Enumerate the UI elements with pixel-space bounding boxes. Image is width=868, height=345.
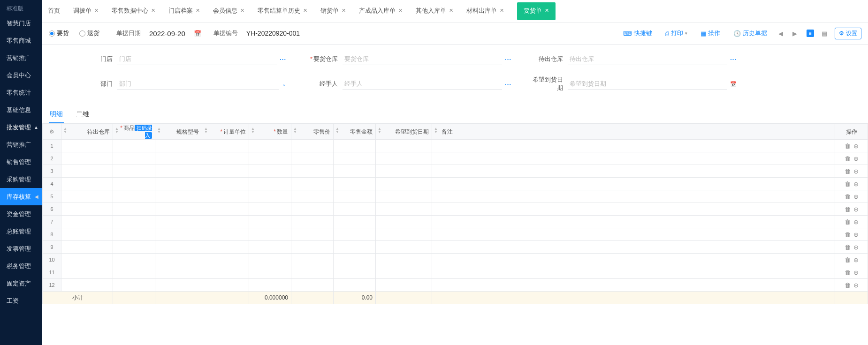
cell-hope-date[interactable] <box>376 228 432 241</box>
table-row[interactable]: 1🗑⊕ <box>43 140 868 152</box>
cell-spec[interactable] <box>155 178 202 190</box>
next-button[interactable]: ▶ <box>791 30 799 37</box>
cell-product[interactable] <box>113 241 155 254</box>
chevron-down-icon[interactable]: ⌄ <box>282 81 286 87</box>
cell-out-wh[interactable] <box>61 228 113 241</box>
cell-amount[interactable] <box>334 152 376 165</box>
cell-unit[interactable] <box>202 216 249 228</box>
cell-amount[interactable] <box>334 140 376 152</box>
cell-unit[interactable] <box>202 203 249 216</box>
cell-remark[interactable] <box>432 228 835 241</box>
cell-out-wh[interactable] <box>61 266 113 279</box>
sidebar-item-retail-stats[interactable]: 零售统计 <box>0 84 42 101</box>
lookup-icon[interactable]: ··· <box>730 56 737 63</box>
cell-qty[interactable] <box>249 165 291 178</box>
cell-out-wh[interactable] <box>61 152 113 165</box>
cell-hope-date[interactable] <box>376 216 432 228</box>
cell-product[interactable] <box>113 216 155 228</box>
tab-transfer[interactable]: 调拨单✕ <box>73 0 99 22</box>
history-button[interactable]: 🕓历史单据 <box>730 27 771 39</box>
sidebar-item-ledger[interactable]: 总账管理 <box>0 223 42 240</box>
table-row[interactable]: 3🗑⊕ <box>43 165 868 178</box>
cell-product[interactable] <box>113 254 155 266</box>
cell-hope-date[interactable] <box>376 165 432 178</box>
cell-qty[interactable] <box>249 254 291 266</box>
close-icon[interactable]: ✕ <box>545 8 549 14</box>
delete-icon[interactable]: 🗑 <box>845 244 851 251</box>
cell-spec[interactable] <box>155 228 202 241</box>
cell-unit[interactable] <box>202 241 249 254</box>
cell-qty[interactable] <box>249 178 291 190</box>
cell-qty[interactable] <box>249 216 291 228</box>
sidebar-item-basic-info[interactable]: 基础信息 <box>0 101 42 119</box>
cell-spec[interactable] <box>155 152 202 165</box>
cell-price[interactable] <box>291 241 334 254</box>
table-row[interactable]: 4🗑⊕ <box>43 178 868 190</box>
delete-icon[interactable]: 🗑 <box>845 168 851 175</box>
tab-finished-in[interactable]: 产成品入库单✕ <box>359 0 403 22</box>
cell-out-wh[interactable] <box>61 190 113 203</box>
cell-remark[interactable] <box>432 165 835 178</box>
cell-unit[interactable] <box>202 266 249 279</box>
prev-button[interactable]: ◀ <box>777 30 785 37</box>
cell-hope-date[interactable] <box>376 279 432 292</box>
cell-remark[interactable] <box>432 152 835 165</box>
add-icon[interactable]: ⊕ <box>853 269 859 276</box>
calendar-icon[interactable]: 📅 <box>730 81 737 87</box>
add-icon[interactable]: ⊕ <box>853 142 859 150</box>
sidebar-item-retail-mall[interactable]: 零售商城 <box>0 32 42 49</box>
cell-amount[interactable] <box>334 228 376 241</box>
cell-spec[interactable] <box>155 190 202 203</box>
sidebar-item-marketing2[interactable]: 营销推广 <box>0 136 42 153</box>
cell-price[interactable] <box>291 216 334 228</box>
cell-out-wh[interactable] <box>61 140 113 152</box>
cell-product[interactable] <box>113 266 155 279</box>
col-out-wh[interactable]: ▲▼待出仓库 <box>61 124 113 140</box>
tab-request-order[interactable]: 要货单✕ <box>517 2 556 20</box>
col-unit[interactable]: ▲▼计量单位 <box>202 124 249 140</box>
delete-icon[interactable]: 🗑 <box>845 155 851 162</box>
delete-icon[interactable]: 🗑 <box>845 218 851 225</box>
sidebar-item-fixed-asset[interactable]: 固定资产 <box>0 275 42 292</box>
cell-amount[interactable] <box>334 266 376 279</box>
tab-store-file[interactable]: 门店档案✕ <box>168 0 200 22</box>
cell-product[interactable] <box>113 140 155 152</box>
col-price[interactable]: ▲▼零售价 <box>291 124 334 140</box>
cell-qty[interactable] <box>249 266 291 279</box>
close-icon[interactable]: ✕ <box>303 8 307 14</box>
cell-out-wh[interactable] <box>61 254 113 266</box>
col-remark[interactable]: ▲▼备注 <box>432 124 835 140</box>
cell-hope-date[interactable] <box>376 203 432 216</box>
delete-icon[interactable]: 🗑 <box>845 142 851 150</box>
col-qty[interactable]: ▲▼数量 <box>249 124 291 140</box>
cell-hope-date[interactable] <box>376 178 432 190</box>
cell-product[interactable] <box>113 190 155 203</box>
cell-remark[interactable] <box>432 241 835 254</box>
grid-toggle-button[interactable]: ▤ <box>820 30 829 37</box>
add-icon[interactable]: ⊕ <box>853 244 859 251</box>
store-input[interactable] <box>117 53 277 65</box>
table-row[interactable]: 8🗑⊕ <box>43 228 868 241</box>
cell-qty[interactable] <box>249 203 291 216</box>
cell-unit[interactable] <box>202 254 249 266</box>
cell-spec[interactable] <box>155 279 202 292</box>
hope-date-input[interactable] <box>568 78 727 90</box>
table-row[interactable]: 12🗑⊕ <box>43 279 868 292</box>
tab-material-out[interactable]: 材料出库单✕ <box>466 0 504 22</box>
radio-request[interactable]: 要货 <box>49 29 69 38</box>
close-icon[interactable]: ✕ <box>151 8 155 14</box>
cell-amount[interactable] <box>334 254 376 266</box>
cell-unit[interactable] <box>202 228 249 241</box>
cell-product[interactable] <box>113 178 155 190</box>
handler-input[interactable] <box>343 78 502 90</box>
tab-other-in[interactable]: 其他入库单✕ <box>416 0 453 22</box>
col-hope-date[interactable]: ▲▼希望到货日期 <box>376 124 432 140</box>
cell-qty[interactable] <box>249 190 291 203</box>
tab-retail-data[interactable]: 零售数据中心✕ <box>112 0 155 22</box>
cell-price[interactable] <box>291 254 334 266</box>
add-icon[interactable]: ⊕ <box>853 218 859 225</box>
cell-product[interactable] <box>113 165 155 178</box>
cell-remark[interactable] <box>432 190 835 203</box>
cell-unit[interactable] <box>202 178 249 190</box>
cell-remark[interactable] <box>432 178 835 190</box>
